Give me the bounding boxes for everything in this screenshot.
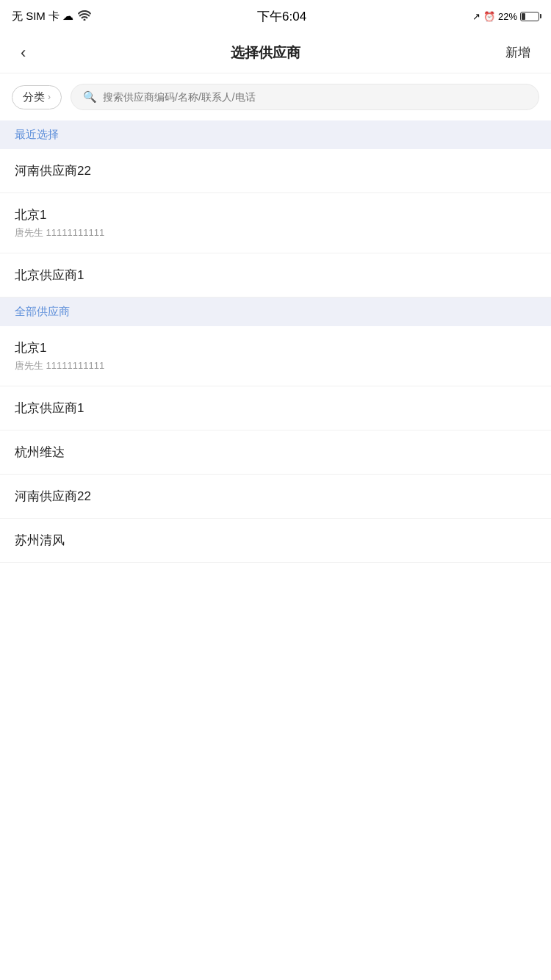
search-box: 🔍 (71, 84, 539, 110)
wifi-icon (78, 10, 91, 23)
status-bar: 无 SIM 卡 ☁ 下午6:04 ↗ ⏰ 22% (0, 0, 551, 32)
add-button[interactable]: 新增 (500, 38, 536, 67)
search-area: 分类 › 🔍 (0, 73, 551, 120)
category-filter-button[interactable]: 分类 › (12, 85, 62, 109)
list-item[interactable]: 杭州维达 (0, 430, 551, 475)
all-section-label: 全部供应商 (15, 305, 70, 317)
item-sub: 唐先生 11111111111 (15, 226, 536, 239)
status-right: ↗ ⏰ 22% (472, 11, 539, 22)
status-left: 无 SIM 卡 ☁ (12, 10, 91, 24)
item-name: 河南供应商22 (15, 488, 536, 505)
recent-section-label: 最近选择 (15, 128, 59, 140)
item-name: 苏州清风 (15, 532, 536, 549)
item-name: 北京供应商1 (15, 267, 536, 284)
search-input[interactable] (103, 91, 527, 103)
no-sim-label: 无 SIM 卡 ☁ (12, 10, 73, 24)
item-name: 北京1 (15, 206, 536, 223)
status-time: 下午6:04 (257, 8, 306, 25)
recent-section-header: 最近选择 (0, 120, 551, 149)
list-item[interactable]: 河南供应商22 (0, 475, 551, 519)
alarm-icon: ⏰ (483, 11, 495, 22)
all-section-header: 全部供应商 (0, 298, 551, 326)
list-item[interactable]: 北京供应商1 (0, 253, 551, 298)
item-name: 北京供应商1 (15, 400, 536, 417)
item-name: 杭州维达 (15, 444, 536, 461)
search-icon: 🔍 (83, 90, 97, 104)
chevron-right-icon: › (48, 92, 51, 102)
all-items-list: 北京1唐先生 11111111111北京供应商1杭州维达河南供应商22苏州清风 (0, 326, 551, 563)
list-item[interactable]: 北京1唐先生 11111111111 (0, 193, 551, 253)
category-label: 分类 (23, 90, 45, 104)
recent-items-list: 河南供应商22北京1唐先生 11111111111北京供应商1 (0, 149, 551, 298)
item-name: 河南供应商22 (15, 162, 536, 179)
item-sub: 唐先生 11111111111 (15, 359, 536, 372)
back-button[interactable]: ‹ (15, 37, 32, 68)
list-item[interactable]: 河南供应商22 (0, 149, 551, 193)
battery-icon (520, 12, 539, 21)
battery-percent: 22% (498, 11, 517, 22)
nav-bar: ‹ 选择供应商 新增 (0, 32, 551, 73)
location-icon: ↗ (472, 11, 480, 22)
item-name: 北京1 (15, 339, 536, 356)
list-item[interactable]: 苏州清风 (0, 519, 551, 563)
list-item[interactable]: 北京供应商1 (0, 386, 551, 430)
page-title: 选择供应商 (231, 43, 300, 62)
list-item[interactable]: 北京1唐先生 11111111111 (0, 326, 551, 386)
